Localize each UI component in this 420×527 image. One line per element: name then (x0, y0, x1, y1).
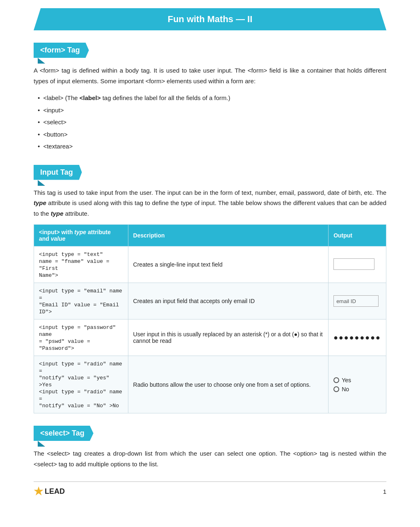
star-icon: ★ (34, 485, 43, 498)
table-cell-input: <input type = "radio" name ="notify" val… (34, 356, 128, 413)
list-item: <select> (38, 116, 386, 128)
radio-label-no: No (342, 386, 349, 392)
table-cell-output (329, 246, 386, 283)
radio-button-no[interactable] (333, 386, 339, 392)
radio-label-yes: Yes (342, 377, 351, 383)
input-tag-heading: Input Tag (34, 165, 82, 180)
form-tag-heading-wrap: <form> Tag (34, 43, 386, 58)
radio-button-yes[interactable] (333, 377, 339, 383)
input-tag-section: Input Tag This tag is used to take input… (34, 165, 386, 414)
table-cell-description: Creates a single-line input text field (128, 246, 329, 283)
table-cell-input: <input type = "password" name= "pswd" va… (34, 319, 128, 356)
heading-arrow-decoration (38, 441, 45, 447)
table-header-description: Description (128, 225, 329, 246)
logo-text: LEAD (45, 487, 65, 496)
list-item: <textarea> (38, 140, 386, 153)
select-tag-heading-wrap: <select> Tag (34, 426, 386, 441)
form-tag-bullet-list: <label> (The <label> tag defines the lab… (34, 92, 386, 153)
form-tag-description: A <form> tag is defined within a body ta… (34, 65, 386, 86)
input-tag-heading-wrap: Input Tag (34, 165, 386, 180)
table-row: <input type = "email" name ="Email ID" v… (34, 283, 386, 319)
output-email-field[interactable]: email ID (333, 295, 379, 307)
table-row: <input type = "text"name = "fname" value… (34, 246, 386, 283)
table-cell-description: User input in this is usually replaced b… (128, 319, 329, 356)
header-banner: Fun with Maths — II (34, 8, 386, 30)
page-footer: ★ LEAD 1 (34, 481, 386, 498)
select-tag-description: The <select> tag creates a drop-down lis… (34, 448, 386, 469)
form-tag-heading: <form> Tag (34, 43, 89, 58)
select-tag-section: <select> Tag The <select> tag creates a … (34, 426, 386, 469)
table-header-output: Output (329, 225, 386, 246)
table-cell-description: Creates an input field that accepts only… (128, 283, 329, 319)
output-radio-group: Yes No (333, 377, 381, 392)
lead-logo: ★ LEAD (34, 485, 65, 498)
table-cell-input: <input type = "text"name = "fname" value… (34, 246, 128, 283)
table-row: <input type = "password" name= "pswd" va… (34, 319, 386, 356)
select-tag-heading: <select> Tag (34, 426, 94, 441)
table-cell-input: <input type = "email" name ="Email ID" v… (34, 283, 128, 319)
input-type-table: <input> with type attributeand value Des… (34, 224, 386, 413)
page-number: 1 (383, 488, 386, 495)
list-item: <label> (The <label> tag defines the lab… (38, 92, 386, 104)
list-item: <input> (38, 104, 386, 116)
form-tag-section: <form> Tag A <form> tag is defined withi… (34, 43, 386, 153)
output-text-field[interactable] (333, 258, 374, 270)
radio-option-yes[interactable]: Yes (333, 377, 381, 383)
table-cell-description: Radio buttons allow the user to choose o… (128, 356, 329, 413)
table-header-input: <input> with type attributeand value (34, 225, 128, 246)
list-item: <button> (38, 128, 386, 141)
radio-option-no[interactable]: No (333, 386, 381, 392)
table-row: <input type = "radio" name ="notify" val… (34, 356, 386, 413)
output-password-field: ●●●●●●●●● (333, 333, 381, 342)
table-cell-output: email ID (329, 283, 386, 319)
table-cell-output: ●●●●●●●●● (329, 319, 386, 356)
input-tag-description: This tag is used to take input from the … (34, 187, 386, 219)
heading-arrow-decoration (38, 58, 45, 64)
heading-arrow-decoration (38, 180, 45, 186)
table-cell-output: Yes No (329, 356, 386, 413)
